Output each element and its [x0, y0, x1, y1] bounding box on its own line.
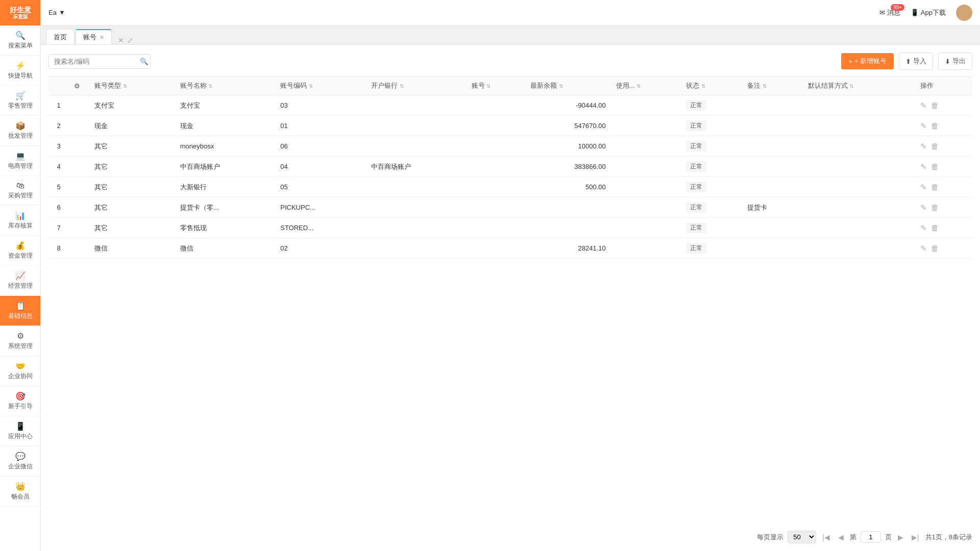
sidebar-item-12[interactable]: 🎯新手引导	[0, 386, 40, 416]
cell-default-payment-5	[803, 197, 915, 218]
last-page-button[interactable]: ▶|	[910, 532, 921, 542]
sidebar-item-1[interactable]: ⚡快捷导航	[0, 56, 40, 86]
table-row: 6 其它 提货卡（零... PICKUPC... 正常 提货卡 ✎ 🗑	[48, 197, 972, 218]
expand-window-icon[interactable]: ⤢	[127, 36, 133, 44]
cell-action-0: ✎ 🗑	[915, 95, 972, 116]
delete-button-0[interactable]: 🗑	[931, 101, 939, 110]
sidebar-item-2[interactable]: 🛒零售管理	[0, 86, 40, 116]
cell-note-2	[742, 136, 802, 157]
prev-page-button[interactable]: ◀	[836, 532, 846, 542]
cell-settings-1	[69, 116, 89, 136]
tab-bar: 首页 账号 ✕ ✕ ⤢	[41, 26, 980, 45]
sidebar-item-8[interactable]: 📈经营管理	[0, 266, 40, 296]
edit-button-2[interactable]: ✎	[920, 142, 927, 151]
import-button[interactable]: ⬆ 导入	[899, 53, 933, 70]
cell-note-1	[742, 116, 802, 136]
sidebar-item-3[interactable]: 📦批发管理	[0, 116, 40, 146]
sidebar-item-5[interactable]: 🛍采购管理	[0, 176, 40, 206]
messages-button[interactable]: ✉ 消息 99+	[879, 8, 900, 17]
search-box: 🔍	[48, 54, 151, 69]
sidebar-item-15[interactable]: 👑畅会员	[0, 477, 40, 507]
cell-usage-7	[611, 238, 681, 259]
edit-button-7[interactable]: ✎	[920, 244, 927, 253]
sidebar-icon-9: 📋	[3, 301, 38, 311]
cell-bank-1	[366, 116, 467, 136]
search-button[interactable]: 🔍	[136, 55, 151, 68]
first-page-button[interactable]: |◀	[820, 532, 832, 542]
cell-bank-5	[366, 197, 467, 218]
sidebar-item-13[interactable]: 📱应用中心	[0, 416, 40, 446]
delete-button-3[interactable]: 🗑	[931, 162, 939, 171]
cell-num-4: 5	[48, 177, 69, 197]
cell-usage-4	[611, 177, 681, 197]
company-dropdown[interactable]: Ea ▼	[48, 9, 65, 16]
app-download-button[interactable]: 📱 App下载	[911, 8, 946, 17]
cell-code-7: 02	[275, 238, 366, 259]
col-header-name[interactable]: 账号名称 ⇅	[175, 77, 276, 95]
cell-balance-1: 547670.00	[525, 116, 611, 136]
edit-button-4[interactable]: ✎	[920, 183, 927, 192]
col-header-balance[interactable]: 最新余额 ⇅	[525, 77, 611, 95]
tab-account[interactable]: 账号 ✕	[76, 29, 112, 44]
sidebar-item-0[interactable]: 🔍搜索菜单	[0, 26, 40, 56]
sidebar-item-7[interactable]: 💰资金管理	[0, 236, 40, 266]
tab-account-close[interactable]: ✕	[100, 34, 104, 41]
sidebar-icon-5: 🛍	[3, 181, 38, 190]
search-input[interactable]	[49, 55, 136, 68]
col-header-settings[interactable]: ⚙	[69, 77, 89, 95]
cell-settings-4	[69, 177, 89, 197]
edit-button-3[interactable]: ✎	[920, 162, 927, 171]
col-header-code[interactable]: 账号编码 ⇅	[275, 77, 366, 95]
page-number-input[interactable]	[861, 531, 881, 543]
cell-name-6: 零售抵现	[175, 218, 276, 238]
col-status-label: 状态	[686, 82, 699, 89]
company-name: Ea	[48, 9, 57, 16]
sidebar-label-6: 库存核算	[3, 221, 38, 230]
next-page-button[interactable]: ▶	[896, 532, 905, 542]
col-header-bank[interactable]: 开户银行 ⇅	[366, 77, 467, 95]
delete-button-6[interactable]: 🗑	[931, 223, 939, 233]
col-header-usage[interactable]: 使用... ⇅	[611, 77, 681, 95]
delete-button-5[interactable]: 🗑	[931, 203, 939, 212]
per-page-select[interactable]: 50 20 100	[788, 531, 816, 543]
col-header-status[interactable]: 状态 ⇅	[681, 77, 742, 95]
col-bank-sort: ⇅	[400, 83, 404, 89]
top-header: Ea ▼ ✉ 消息 99+ 📱 App下载	[41, 0, 980, 26]
cell-settings-0	[69, 95, 89, 116]
cell-note-7	[742, 238, 802, 259]
user-avatar[interactable]	[956, 5, 972, 21]
delete-button-7[interactable]: 🗑	[931, 244, 939, 253]
app-download-label: App下载	[921, 8, 946, 17]
add-account-button[interactable]: + + 新增账号	[841, 53, 894, 69]
edit-button-6[interactable]: ✎	[920, 223, 927, 233]
cell-name-2: moneybosx	[175, 136, 276, 157]
close-window-icon[interactable]: ✕	[118, 36, 124, 44]
cell-account-5	[467, 197, 526, 218]
sidebar-item-10[interactable]: ⚙系统管理	[0, 326, 40, 356]
sidebar-item-11[interactable]: 🤝企业协同	[0, 356, 40, 386]
sidebar-item-14[interactable]: 💬企业微信	[0, 446, 40, 477]
sidebar-item-6[interactable]: 📊库存核算	[0, 206, 40, 236]
col-type-label: 账号类型	[94, 82, 121, 89]
sidebar-item-4[interactable]: 💻电商管理	[0, 146, 40, 176]
col-header-note[interactable]: 备注 ⇅	[742, 77, 802, 95]
export-button[interactable]: ⬇ 导出	[938, 53, 972, 70]
col-header-type[interactable]: 账号类型 ⇅	[89, 77, 175, 95]
delete-button-1[interactable]: 🗑	[931, 121, 939, 131]
col-header-default-payment[interactable]: 默认结算方式 ⇅	[803, 77, 915, 95]
cell-type-2: 其它	[89, 136, 175, 157]
cell-status-7: 正常	[681, 238, 742, 259]
cell-default-payment-1	[803, 116, 915, 136]
edit-button-0[interactable]: ✎	[920, 101, 927, 110]
edit-button-1[interactable]: ✎	[920, 121, 927, 131]
status-badge-7: 正常	[686, 243, 706, 254]
delete-button-4[interactable]: 🗑	[931, 183, 939, 192]
sidebar-item-9[interactable]: 📋基础信息	[0, 296, 40, 326]
table-row: 5 其它 大新银行 05 500.00 正常 ✎ 🗑	[48, 177, 972, 197]
tab-home[interactable]: 首页	[46, 29, 75, 44]
edit-button-5[interactable]: ✎	[920, 203, 927, 212]
delete-button-2[interactable]: 🗑	[931, 142, 939, 151]
col-header-account[interactable]: 账号 ⇅	[467, 77, 526, 95]
export-icon: ⬇	[945, 58, 950, 65]
cell-num-6: 7	[48, 218, 69, 238]
